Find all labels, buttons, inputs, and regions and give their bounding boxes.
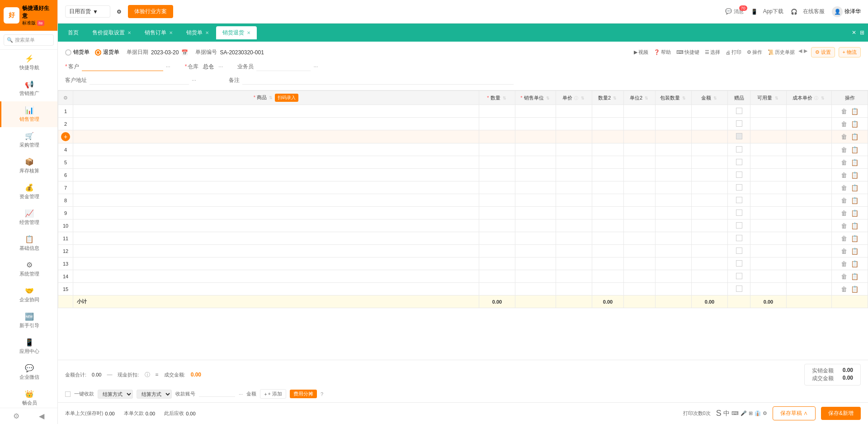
account-more[interactable]: ··· <box>239 391 243 397</box>
settlement-select[interactable]: 结算方式 <box>98 390 133 399</box>
history-btn[interactable]: 📜 历史单据 <box>766 48 797 57</box>
input-icon-3[interactable]: ⊞ <box>749 410 753 416</box>
topbar-gear[interactable]: ⚙ <box>114 7 124 17</box>
calendar-icon[interactable]: 📅 <box>181 49 188 56</box>
cost-sort-icon[interactable]: ⇅ <box>821 96 825 100</box>
qty-sort-icon[interactable]: ⇅ <box>503 96 506 100</box>
account-input[interactable] <box>199 391 235 397</box>
sidebar-item-purchase[interactable]: 🛒 采购管理 <box>0 127 57 153</box>
copy-row-7[interactable]: 📋 <box>851 184 859 191</box>
gift-checkbox-15[interactable] <box>736 286 742 292</box>
sidebar-item-marketing[interactable]: 📢 营销推广 <box>0 76 57 101</box>
amount-sort-icon[interactable]: ⇅ <box>713 96 717 100</box>
gift-checkbox-1[interactable] <box>736 108 742 114</box>
price-info-icon[interactable]: ⓘ <box>574 96 578 100</box>
sidebar-item-finance[interactable]: 💰 资金管理 <box>0 179 57 205</box>
product-input-3[interactable] <box>76 133 476 140</box>
unit-sort-icon[interactable]: ⇅ <box>546 96 550 100</box>
delete-row-6[interactable]: 🗑 <box>841 172 847 179</box>
app-download-area[interactable]: 📱 App下载 <box>751 8 783 15</box>
fee-split-button[interactable]: 费用分摊 <box>290 390 317 398</box>
input-icon-4[interactable]: 👔 <box>755 410 761 416</box>
add-payment-button[interactable]: + + 添加 <box>260 389 286 399</box>
copy-row-1[interactable]: 📋 <box>851 108 859 115</box>
gift-checkbox-11[interactable] <box>736 235 742 241</box>
delete-row-11[interactable]: 🗑 <box>841 235 847 242</box>
radio-return[interactable]: 退货单 <box>95 48 119 56</box>
sidebar-item-sales[interactable]: 📊 销售管理 <box>0 101 57 127</box>
settings-button[interactable]: ⚙ <box>13 412 19 420</box>
sidebar-item-operations[interactable]: 📈 经营管理 <box>0 205 57 230</box>
operation-btn[interactable]: ⚙ 操作 <box>745 48 764 57</box>
video-btn[interactable]: ▶ 视频 <box>632 48 650 57</box>
copy-row-14[interactable]: 📋 <box>851 273 859 280</box>
sidebar-item-system[interactable]: ⚙ 系统管理 <box>0 256 57 282</box>
sidebar-item-member[interactable]: 👑 畅会员 <box>0 385 57 408</box>
daily-goods-selector[interactable]: 日用百货 ▼ <box>65 5 110 18</box>
warehouse-more[interactable]: ··· <box>218 63 223 70</box>
pack-sort-icon[interactable]: ⇅ <box>682 96 686 100</box>
sidebar-search-area[interactable]: 🔍 搜索菜单 <box>0 31 57 50</box>
fee-help-icon[interactable]: ? <box>321 391 323 397</box>
tab-close-sales-order[interactable]: ✕ <box>169 30 173 35</box>
delete-row-7[interactable]: 🗑 <box>841 184 847 191</box>
gift-checkbox-12[interactable] <box>736 248 742 254</box>
customer-more[interactable]: ··· <box>166 63 170 70</box>
salesperson-more[interactable]: ··· <box>313 63 318 70</box>
copy-row-9[interactable]: 📋 <box>851 210 859 217</box>
gift-checkbox-6[interactable] <box>736 172 742 178</box>
customer-input[interactable] <box>82 62 163 71</box>
copy-row-4[interactable]: 📋 <box>851 146 859 153</box>
delete-row-14[interactable]: 🗑 <box>841 273 847 280</box>
online-service-area[interactable]: 🎧 在线客服 <box>791 8 825 15</box>
gear-icon[interactable]: ⚙ <box>63 95 68 100</box>
gift-checkbox-13[interactable] <box>736 260 742 267</box>
shortcut-btn[interactable]: ⌨ 快捷键 <box>675 48 701 57</box>
gift-checkbox-5[interactable] <box>736 159 742 165</box>
salesperson-input[interactable] <box>256 62 311 71</box>
radio-sales[interactable]: 销货单 <box>65 48 90 56</box>
gift-checkbox-14[interactable] <box>736 273 742 279</box>
notes-input[interactable] <box>242 76 514 85</box>
copy-row-6[interactable]: 📋 <box>851 172 859 179</box>
copy-row-3[interactable]: 📋 <box>851 133 859 140</box>
product-sort-icon[interactable]: ⇅ <box>269 95 273 100</box>
sidebar-item-quick-nav[interactable]: ⚡ 快捷导航 <box>0 50 57 76</box>
tab-sales-return[interactable]: 销货退货 ✕ <box>216 26 257 39</box>
avail-sort-icon[interactable]: ⇅ <box>775 96 778 100</box>
copy-row-15[interactable]: 📋 <box>851 286 859 293</box>
gift-checkbox-3[interactable] <box>736 133 742 139</box>
print-btn[interactable]: 🖨 打印 <box>724 48 743 57</box>
delete-row-15[interactable]: 🗑 <box>841 286 847 293</box>
delete-row-10[interactable]: 🗑 <box>841 222 847 229</box>
price-sort-icon[interactable]: ⇅ <box>581 96 585 100</box>
help-circle-icon[interactable]: ⓘ <box>145 371 150 379</box>
tab-close-sales-return[interactable]: ✕ <box>247 30 250 35</box>
mic-icon[interactable]: 🎤 <box>741 410 747 416</box>
th-gear[interactable]: ⚙ <box>58 91 73 105</box>
save-new-button[interactable]: 保存&新增 <box>821 407 861 420</box>
user-info[interactable]: 👤 徐泽华 <box>832 6 861 17</box>
sidebar-item-enterprise[interactable]: 🤝 企业协同 <box>0 282 57 308</box>
minimize-icon[interactable]: ✕ <box>852 29 856 36</box>
delete-row-1[interactable]: 🗑 <box>841 108 847 115</box>
tab-sales-order[interactable]: 销售订单 ✕ <box>138 26 179 39</box>
gift-checkbox-4[interactable] <box>736 146 742 152</box>
gift-checkbox-10[interactable] <box>736 222 742 229</box>
collapse-button[interactable]: ◀ <box>39 412 44 420</box>
input-icon-2[interactable]: ⌨ <box>731 410 739 416</box>
delete-row-5[interactable]: 🗑 <box>841 159 847 166</box>
delete-row-9[interactable]: 🗑 <box>841 210 847 217</box>
copy-row-5[interactable]: 📋 <box>851 159 859 166</box>
copy-row-13[interactable]: 📋 <box>851 260 859 267</box>
sidebar-item-wechat[interactable]: 💬 企业微信 <box>0 359 57 385</box>
tab-close-sales-delivery[interactable]: ✕ <box>205 30 209 35</box>
delete-row-3[interactable]: 🗑 <box>841 133 847 140</box>
gift-checkbox-7[interactable] <box>736 184 742 191</box>
one-click-checkbox[interactable] <box>65 391 71 397</box>
sidebar-item-inventory[interactable]: 📦 库存核算 <box>0 153 57 179</box>
save-draft-button[interactable]: 保存草稿 ∧ <box>773 406 816 420</box>
unit2-sort-icon[interactable]: ⇅ <box>645 96 648 100</box>
delete-row-8[interactable]: 🗑 <box>841 197 847 204</box>
logistics-btn[interactable]: + 物流 <box>839 47 861 57</box>
